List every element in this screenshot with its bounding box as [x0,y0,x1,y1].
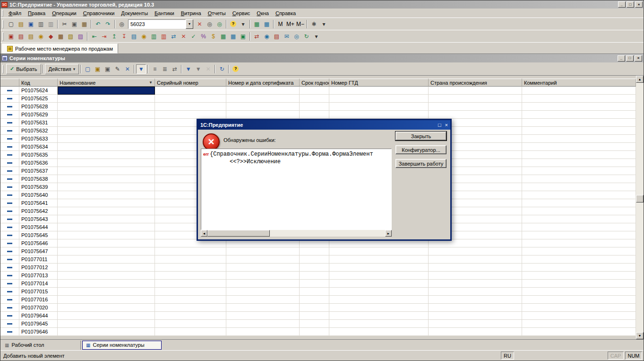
menu-item-2[interactable]: Операции [49,9,79,17]
menu-item-10[interactable]: Справка [272,9,299,17]
catalog-icon[interactable]: ▤ [16,32,26,41]
vertical-scrollbar[interactable]: ▲ ▼ [636,76,644,339]
print-preview-icon[interactable]: ▥ [46,19,56,29]
bottom-tab-0[interactable]: ▦Рабочий стол [1,341,81,350]
save-icon[interactable]: ▣ [26,19,36,29]
return-icon[interactable]: ▥ [159,32,169,41]
table-row[interactable]: P01075647 [0,247,636,255]
code-cell[interactable]: P01075640 [19,191,58,199]
column-header-5[interactable]: Номер ГТД [329,79,429,87]
code-cell[interactable]: P01075642 [19,207,58,215]
code-cell[interactable]: P01075632 [19,127,58,135]
code-cell[interactable]: P01077020 [19,304,58,312]
column-header-6[interactable]: Страна происхождения [429,79,522,87]
mdi-close-button[interactable]: × [635,55,642,62]
shutdown-button[interactable]: Завершить работу [395,159,447,168]
edit-item-icon[interactable]: ✎ [112,64,122,74]
scroll-down-icon[interactable]: ▼ [636,332,644,339]
table-row[interactable]: P01077011 [0,255,636,264]
code-cell[interactable]: P01075645 [19,231,58,239]
green-register-icon[interactable]: ▣ [238,32,248,41]
menu-item-9[interactable]: Окна [253,9,272,17]
desktop-tab-sales-manager[interactable]: ▦ Рабочее место менеджера по продажам [2,44,118,53]
writeoff-icon[interactable]: ✕ [179,32,189,41]
menu-item-8[interactable]: Сервис [229,9,254,17]
cut-icon[interactable]: ✂ [60,19,69,29]
money-icon[interactable]: ◉ [36,32,46,41]
find-advanced-icon[interactable]: ◎ [215,19,224,29]
table-row[interactable]: P01079644 [0,312,636,320]
hierarchy-view-icon[interactable]: ≣ [160,64,170,74]
column-header-4[interactable]: Срок годнос... [300,79,329,87]
table-grid-icon[interactable]: ▦ [252,19,262,29]
update-icon[interactable]: ↻ [301,32,311,41]
clear-search-icon[interactable]: ✕ [195,19,205,29]
dialog-scroll-thumb[interactable] [207,230,270,237]
code-cell[interactable]: P01077015 [19,288,58,296]
quick-find-input[interactable] [128,19,186,29]
table-row[interactable]: P01079646 [0,328,636,336]
code-cell[interactable]: P01075637 [19,167,58,175]
scroll-thumb[interactable] [636,195,644,203]
undo-icon[interactable]: ↶ [93,19,103,29]
code-cell[interactable]: P01075625 [19,95,58,103]
sort-indicator-icon[interactable]: ▼ [147,80,153,85]
receipt-check-icon[interactable]: ✓ [189,32,198,41]
error-details-box[interactable]: err{Справочник.СерииНоменклатуры.Форма.Ф… [201,149,392,230]
help-dropdown-icon[interactable]: ▾ [238,19,248,29]
actions-button[interactable]: Действия ▾ [45,64,79,74]
table-edit-icon[interactable]: ▦ [262,19,272,29]
table-row[interactable]: P01077014 [0,280,636,288]
code-cell[interactable]: P01075624 [19,87,58,95]
table-row[interactable]: P01077015 [0,288,636,296]
mark-delete-icon[interactable]: ✕ [122,64,132,74]
bottom-tab-1[interactable]: ▦Серии номенклатуры [82,341,162,350]
column-header-3[interactable]: Номер и дата сертификата [226,79,300,87]
list-view-icon[interactable]: ≡ [150,64,160,74]
menu-item-1[interactable]: Правка [25,9,49,17]
table-row[interactable]: P01075629 [0,111,636,119]
list-toolbar-grip[interactable] [2,65,4,73]
code-cell[interactable]: P01075638 [19,175,58,183]
code-cell[interactable]: P01075628 [19,103,58,111]
price-book-icon[interactable]: ▧ [66,32,76,41]
transfer-icon[interactable]: ⇄ [169,32,179,41]
scroll-track[interactable] [636,83,644,332]
toolbar-grip[interactable] [2,20,4,28]
counterparties-icon[interactable]: ▣ [6,32,16,41]
find-icon[interactable]: ◎ [117,19,127,29]
column-header-7[interactable]: Комментарий [522,79,636,87]
scroll-right-icon[interactable]: ► [385,230,392,237]
code-cell[interactable]: P01079646 [19,328,58,336]
report-sales-icon[interactable]: ▦ [218,32,228,41]
code-cell[interactable]: P01075646 [19,239,58,247]
code-cell[interactable]: P01075641 [19,199,58,207]
restore-button[interactable]: □ [627,1,634,8]
more-toolbar-icon[interactable]: ▾ [311,32,321,41]
scroll-up-icon[interactable]: ▲ [636,76,644,83]
doc-out-icon[interactable]: ↧ [119,32,129,41]
cash-icon[interactable]: ◆ [46,32,56,41]
dialog-scroll-track[interactable] [207,230,385,237]
minimize-button[interactable]: _ [618,1,626,8]
add-item-icon[interactable]: ▢ [83,64,93,74]
close-button[interactable]: × [635,1,643,8]
toolbar-options-icon[interactable]: ▾ [319,19,329,29]
code-cell[interactable]: P01077012 [19,264,58,272]
copy-icon[interactable]: ▣ [69,19,79,29]
menu-item-6[interactable]: Витрина [178,9,205,17]
ledger-icon[interactable]: ▦ [56,32,66,41]
code-cell[interactable]: P01075634 [19,143,58,151]
journal-icon[interactable]: ▤ [26,32,36,41]
web-icon[interactable]: ◎ [292,32,301,41]
exchange-icon[interactable]: ⇄ [252,32,262,41]
discount-icon[interactable]: $ [208,32,218,41]
selected-cell[interactable] [58,87,155,95]
settings-doc-icon[interactable]: ▤ [272,32,282,41]
dialog-horizontal-scrollbar[interactable]: ◄ ► [201,230,392,237]
filter-settings-icon[interactable]: ▼ [193,64,203,74]
users-icon[interactable]: ◉ [262,32,272,41]
combo-dropdown-icon[interactable]: ▾ [186,19,193,29]
help-icon[interactable]: ? [228,19,238,29]
configurator-button[interactable]: Конфигуратор... [395,145,447,154]
